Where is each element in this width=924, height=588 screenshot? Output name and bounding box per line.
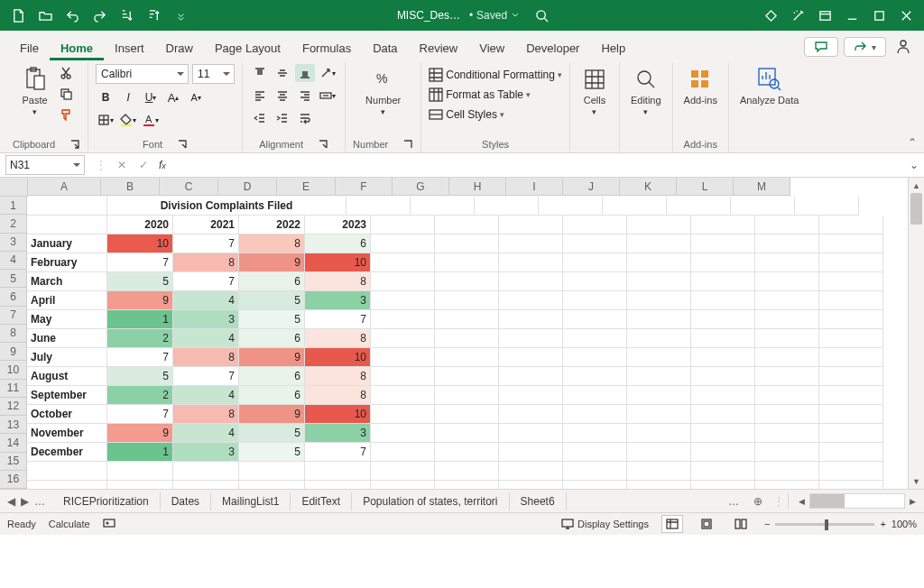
cell[interactable]: November [27, 424, 107, 443]
cell[interactable] [371, 481, 435, 489]
sheet-tab[interactable]: Dates [161, 492, 211, 510]
tab-insert[interactable]: Insert [104, 35, 155, 60]
font-color-icon[interactable]: A▾ [141, 111, 161, 129]
cell[interactable] [435, 462, 499, 481]
sheet-nav-more-icon[interactable]: … [34, 495, 45, 508]
conditional-formatting-button[interactable]: Conditional Formatting▾ [429, 68, 562, 82]
cell[interactable] [435, 424, 499, 443]
decrease-indent-icon[interactable] [250, 109, 270, 127]
new-file-icon[interactable] [5, 3, 31, 28]
cell[interactable]: December [27, 443, 107, 462]
dialog-launcher-icon[interactable] [402, 139, 413, 150]
row-header[interactable]: 10 [0, 361, 27, 379]
ribbon-mode-icon[interactable] [812, 3, 837, 28]
dialog-launcher-icon[interactable] [177, 139, 188, 150]
orientation-icon[interactable]: ▾ [318, 64, 337, 82]
cell[interactable] [499, 462, 563, 481]
tab-file[interactable]: File [9, 35, 50, 60]
cell[interactable]: 7 [107, 253, 173, 272]
cell[interactable]: 8 [173, 405, 239, 424]
cell[interactable]: May [27, 310, 107, 329]
cell[interactable] [563, 234, 627, 253]
cell[interactable] [107, 462, 173, 481]
cell[interactable] [819, 386, 883, 405]
cell[interactable] [435, 310, 499, 329]
sort-desc-icon[interactable] [141, 3, 166, 28]
cell[interactable]: 3 [305, 291, 371, 310]
normal-view-icon[interactable] [661, 515, 683, 533]
cell[interactable] [627, 234, 691, 253]
page-layout-view-icon[interactable] [696, 515, 717, 533]
cell[interactable] [371, 443, 435, 462]
account-icon[interactable] [892, 38, 915, 57]
cell[interactable]: January [27, 234, 107, 253]
cell[interactable] [627, 310, 691, 329]
cell[interactable] [563, 443, 627, 462]
save-status[interactable]: • Saved [469, 9, 520, 22]
cell[interactable] [173, 481, 239, 489]
row-header[interactable]: 4 [0, 252, 27, 270]
cell[interactable] [371, 272, 435, 291]
cell[interactable]: 2023 [305, 216, 371, 234]
cell[interactable] [819, 234, 883, 253]
cut-icon[interactable] [56, 64, 76, 82]
cell[interactable] [795, 197, 859, 216]
cell[interactable] [435, 272, 499, 291]
cell[interactable] [371, 234, 435, 253]
cell[interactable]: 6 [305, 234, 371, 253]
cell[interactable]: 8 [305, 367, 371, 386]
cell[interactable]: 4 [173, 424, 239, 443]
row-header[interactable]: 3 [0, 234, 27, 252]
cell[interactable]: 8 [173, 348, 239, 367]
cell[interactable]: 6 [239, 272, 305, 291]
row-header[interactable]: 7 [0, 307, 27, 325]
cell[interactable] [691, 234, 755, 253]
cell[interactable] [435, 405, 499, 424]
row-header[interactable]: 9 [0, 343, 27, 361]
cell[interactable] [435, 367, 499, 386]
cell[interactable] [691, 386, 755, 405]
cell[interactable] [563, 405, 627, 424]
sheet-nav-prev-icon[interactable]: ◀ [7, 495, 15, 508]
cell[interactable] [819, 253, 883, 272]
title-cell[interactable]: Division Complaints Filed [107, 197, 346, 216]
cell[interactable] [305, 462, 371, 481]
cell[interactable] [435, 216, 499, 234]
cell[interactable] [691, 424, 755, 443]
cell[interactable] [499, 443, 563, 462]
dialog-launcher-icon[interactable] [318, 139, 328, 150]
cell[interactable]: February [27, 253, 107, 272]
cell[interactable] [819, 443, 883, 462]
cell[interactable]: 5 [239, 443, 305, 462]
vertical-scrollbar[interactable]: ▲ ▼ [908, 178, 924, 489]
row-header[interactable]: 16 [0, 471, 27, 489]
cell[interactable] [691, 405, 755, 424]
cell[interactable] [627, 462, 691, 481]
cell[interactable]: 2022 [239, 216, 305, 234]
cell[interactable] [435, 443, 499, 462]
cell[interactable] [627, 405, 691, 424]
cell[interactable] [371, 329, 435, 348]
fill-color-icon[interactable]: ▾ [118, 111, 138, 129]
cell[interactable] [755, 253, 819, 272]
number-format-button[interactable]: % Number▾ [362, 64, 404, 118]
cell[interactable] [819, 367, 883, 386]
cell[interactable] [563, 424, 627, 443]
cell[interactable] [755, 462, 819, 481]
row-header[interactable]: 5 [0, 270, 27, 288]
cell[interactable]: March [27, 272, 107, 291]
col-header[interactable]: G [393, 178, 449, 196]
font-size-combo[interactable]: 11 [192, 64, 235, 84]
italic-button[interactable]: I [118, 88, 138, 106]
cell[interactable] [499, 310, 563, 329]
cell[interactable] [691, 481, 755, 489]
cell[interactable] [627, 216, 691, 234]
page-break-view-icon[interactable] [730, 515, 752, 533]
cell[interactable]: 9 [239, 405, 305, 424]
cell[interactable]: 4 [173, 329, 239, 348]
cell[interactable] [627, 253, 691, 272]
tab-page-layout[interactable]: Page Layout [204, 35, 291, 60]
format-as-table-button[interactable]: Format as Table▾ [429, 87, 531, 102]
increase-indent-icon[interactable] [273, 109, 292, 127]
qat-overflow-icon[interactable] [168, 3, 193, 28]
